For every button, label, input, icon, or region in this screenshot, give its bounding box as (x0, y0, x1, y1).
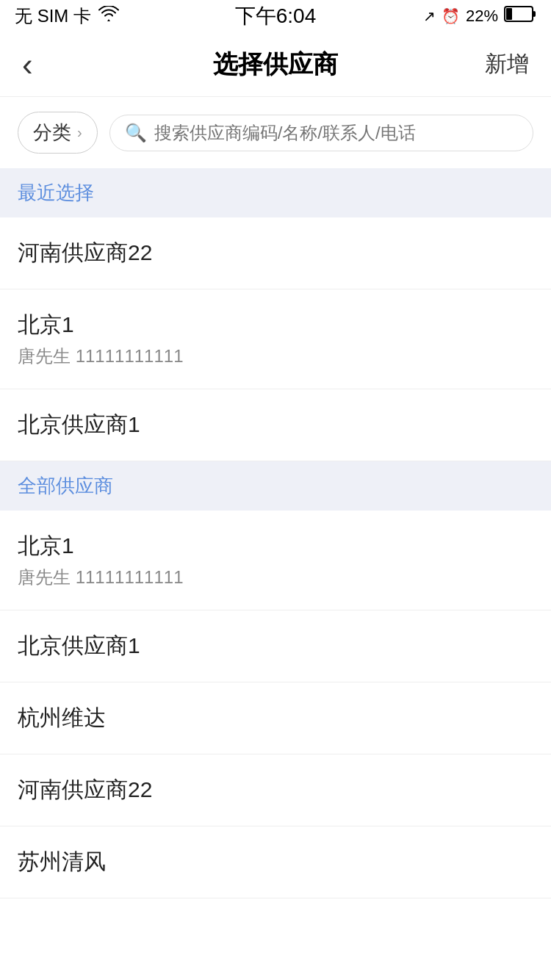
list-item[interactable]: 北京供应商1 (0, 389, 551, 461)
item-name: 苏州清风 (18, 847, 533, 877)
list-item[interactable]: 北京1唐先生 11111111111 (0, 289, 551, 389)
status-right: ↗ ⏰ 22% (423, 6, 536, 26)
recent-section-header: 最近选择 (0, 168, 551, 217)
add-new-button[interactable]: 新增 (485, 49, 529, 79)
wifi-icon (98, 6, 119, 26)
category-filter-button[interactable]: 分类 › (18, 112, 98, 154)
location-icon: ↗ (423, 7, 436, 25)
list-item[interactable]: 河南供应商22 (0, 217, 551, 289)
item-sub: 唐先生 11111111111 (18, 566, 533, 589)
svg-rect-1 (506, 8, 512, 20)
list-item[interactable]: 北京供应商1 (0, 610, 551, 682)
all-items-list: 北京1唐先生 11111111111北京供应商1杭州维达河南供应商22苏州清风 (0, 511, 551, 898)
filter-bar: 分类 › 🔍 (0, 97, 551, 168)
search-box[interactable]: 🔍 (109, 115, 533, 151)
recent-section-title: 最近选择 (18, 181, 94, 203)
item-name: 河南供应商22 (18, 775, 533, 805)
list-item[interactable]: 苏州清风 (0, 826, 551, 898)
item-name: 北京1 (18, 310, 533, 340)
status-left: 无 SIM 卡 (15, 4, 119, 28)
recent-items-list: 河南供应商22北京1唐先生 11111111111北京供应商1 (0, 217, 551, 461)
all-section-header: 全部供应商 (0, 461, 551, 511)
svg-rect-2 (533, 11, 536, 17)
back-button[interactable]: ‹ (22, 46, 66, 83)
item-name: 北京供应商1 (18, 410, 533, 440)
list-item[interactable]: 北京1唐先生 11111111111 (0, 511, 551, 610)
search-icon: 🔍 (125, 123, 147, 143)
status-bar: 无 SIM 卡 下午6:04 ↗ ⏰ 22% (0, 0, 551, 32)
battery-icon (504, 6, 536, 26)
list-item[interactable]: 杭州维达 (0, 682, 551, 754)
all-section-title: 全部供应商 (18, 475, 113, 497)
navigation-bar: ‹ 选择供应商 新增 (0, 32, 551, 97)
alarm-icon: ⏰ (442, 7, 460, 25)
chevron-right-icon: › (77, 124, 82, 141)
category-label: 分类 (33, 120, 71, 145)
status-time: 下午6:04 (235, 2, 317, 30)
item-name: 杭州维达 (18, 703, 533, 733)
item-sub: 唐先生 11111111111 (18, 345, 533, 368)
item-name: 北京供应商1 (18, 631, 533, 661)
search-input[interactable] (154, 123, 518, 143)
battery-percent: 22% (466, 7, 498, 26)
no-sim-text: 无 SIM 卡 (15, 4, 91, 28)
item-name: 北京1 (18, 531, 533, 561)
item-name: 河南供应商22 (18, 238, 533, 268)
list-item[interactable]: 河南供应商22 (0, 754, 551, 826)
page-title: 选择供应商 (213, 48, 338, 82)
